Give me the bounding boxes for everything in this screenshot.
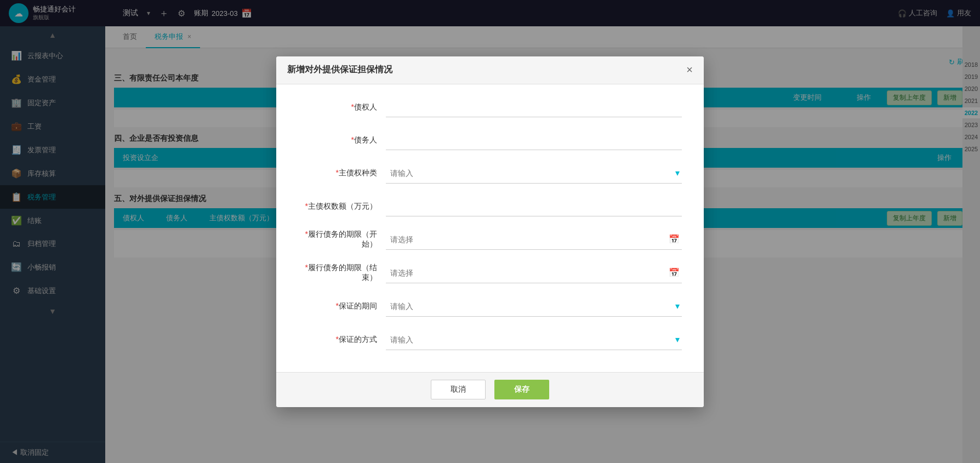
modal-body: *债权人 *债务人 *主债权种类 ▾ — [276, 84, 704, 373]
baozhengqijian-label: *保证的期间 — [298, 301, 386, 311]
zhaiwuren-label: *债务人 — [298, 135, 386, 145]
date-end-icon[interactable]: 📅 — [669, 267, 682, 278]
field-baozhengqijian: *保证的期间 ▾ — [298, 296, 682, 317]
baozhengfangshi-input[interactable] — [386, 330, 675, 350]
lvxingqixian-end-input[interactable] — [386, 263, 669, 283]
zhaiquanren-input[interactable] — [386, 98, 682, 117]
zhuzhaiquanshu-label: *主债权数额（万元） — [298, 202, 386, 212]
field-zhaiquanren: *债权人 — [298, 98, 682, 117]
field-zhuzhaiquanzhonglei: *主债权种类 ▾ — [298, 163, 682, 184]
modal-header: 新增对外提供保证担保情况 × — [276, 56, 704, 84]
lvxingqixian-end-wrapper: 📅 — [386, 263, 682, 283]
zhuzhaiquanzhonglei-dropdown-icon[interactable]: ▾ — [675, 168, 682, 178]
modal-dialog: 新增对外提供保证担保情况 × *债权人 *债务人 * — [276, 56, 704, 407]
zhaiquanren-label: *债权人 — [298, 102, 386, 112]
modal-overlay: 新增对外提供保证担保情况 × *债权人 *债务人 * — [0, 0, 980, 463]
baozhengqijian-wrapper: ▾ — [386, 296, 682, 317]
baozhengfangshi-wrapper: ▾ — [386, 330, 682, 350]
zhuzhaiquanzhonglei-label: *主债权种类 — [298, 168, 386, 178]
date-start-icon[interactable]: 📅 — [669, 234, 682, 244]
field-zhuzhaiquanshu: *主债权数额（万元） — [298, 197, 682, 216]
modal-title: 新增对外提供保证担保情况 — [287, 64, 686, 76]
save-button[interactable]: 保存 — [494, 380, 549, 399]
baozhengfangshi-dropdown-icon[interactable]: ▾ — [675, 334, 682, 345]
zhuzhaiquanzhonglei-wrapper: ▾ — [386, 163, 682, 184]
field-lvxingqixian-start: *履行债务的期限（开始） 📅 — [298, 230, 682, 250]
lvxingqixian-start-input[interactable] — [386, 230, 669, 249]
lvxingqixian-start-wrapper: 📅 — [386, 230, 682, 250]
field-lvxingqixian-end: *履行债务的期限（结束） 📅 — [298, 263, 682, 283]
zhuzhaiquanshu-input[interactable] — [386, 197, 682, 216]
zhuzhaiquanzhonglei-input[interactable] — [386, 163, 675, 183]
zhaiwuren-input[interactable] — [386, 130, 682, 150]
modal-close-button[interactable]: × — [686, 64, 693, 76]
field-zhaiwuren: *债务人 — [298, 130, 682, 150]
baozhengqijian-dropdown-icon[interactable]: ▾ — [675, 301, 682, 311]
cancel-button[interactable]: 取消 — [431, 380, 486, 399]
lvxingqixian-start-label: *履行债务的期限（开始） — [298, 230, 386, 249]
baozhengqijian-input[interactable] — [386, 296, 675, 316]
modal-footer: 取消 保存 — [276, 372, 704, 407]
lvxingqixian-end-label: *履行债务的期限（结束） — [298, 263, 386, 283]
baozhengfangshi-label: *保证的方式 — [298, 335, 386, 345]
field-baozhengfangshi: *保证的方式 ▾ — [298, 330, 682, 350]
